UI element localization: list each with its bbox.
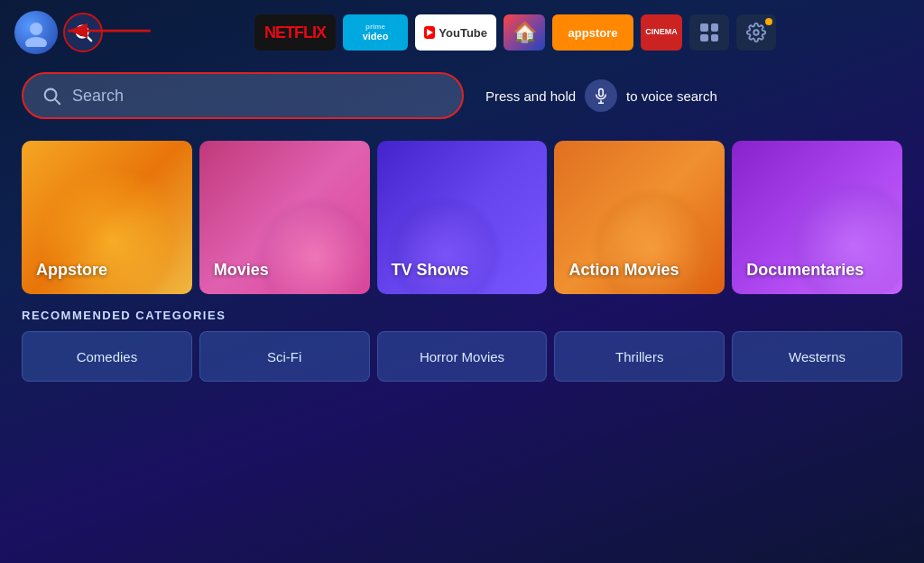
svg-line-8 [55, 99, 60, 104]
tile-tvshows[interactable]: TV Shows [377, 141, 548, 294]
tile-tvshows-label: TV Shows [392, 261, 469, 280]
pill-comedies-label: Comedies [77, 349, 138, 365]
pill-horror[interactable]: Horror Movies [377, 331, 548, 382]
youtube-label: YouTube [439, 26, 487, 40]
voice-hint-text: Press and hold [485, 88, 576, 104]
prime-video-app[interactable]: prime video [343, 14, 408, 51]
pill-horror-label: Horror Movies [420, 349, 504, 365]
microphone-icon [593, 88, 609, 104]
pill-scifi-label: Sci-Fi [267, 349, 301, 365]
pill-comedies[interactable]: Comedies [22, 331, 192, 382]
tile-documentaries[interactable]: Documentaries [732, 141, 902, 294]
pill-thrillers-label: Thrillers [615, 349, 663, 365]
nav-apps: NETFLIX prime video YouTube 🏠 appstore C… [121, 14, 910, 51]
tile-appstore-label: Appstore [36, 261, 107, 280]
search-bar[interactable]: Search [22, 72, 464, 119]
appstore-label: appstore [568, 26, 618, 40]
yt-play-icon [427, 29, 433, 36]
house-icon: 🏠 [513, 21, 537, 44]
grid-app[interactable] [689, 14, 729, 51]
settings-notification-dot [765, 18, 772, 25]
netflix-label: NETFLIX [264, 23, 326, 42]
tiles-row: Appstore Movies TV Shows Action Movies D… [22, 141, 902, 294]
tiles-section: Appstore Movies TV Shows Action Movies D… [0, 126, 924, 305]
appstore-app[interactable]: appstore [552, 14, 633, 51]
tile-action-label: Action Movies [568, 261, 679, 280]
svg-point-0 [30, 23, 42, 35]
netflix-app[interactable]: NETFLIX [254, 14, 336, 51]
settings-icon [746, 23, 766, 42]
pill-scifi[interactable]: Sci-Fi [199, 331, 370, 382]
top-nav: NETFLIX prime video YouTube 🏠 appstore C… [0, 0, 924, 65]
svg-line-3 [87, 36, 91, 41]
nav-left [14, 11, 103, 54]
svg-rect-9 [599, 89, 604, 97]
search-bar-wrapper: Search [22, 72, 464, 119]
youtube-icon [424, 26, 435, 39]
pill-thrillers[interactable]: Thrillers [554, 331, 725, 382]
recommended-section: RECOMMENDED CATEGORIES Comedies Sci-Fi H… [0, 305, 924, 385]
recommended-title: RECOMMENDED CATEGORIES [22, 309, 902, 322]
tile-movies[interactable]: Movies [199, 141, 370, 294]
avatar[interactable] [14, 11, 58, 54]
pill-westerns[interactable]: Westerns [732, 331, 902, 382]
youtube-app[interactable]: YouTube [415, 14, 496, 51]
search-placeholder: Search [72, 87, 124, 106]
tile-docs-label: Documentaries [746, 261, 864, 280]
tile-appstore[interactable]: Appstore [22, 141, 192, 294]
tile-movies-label: Movies [214, 261, 269, 280]
voice-hint: Press and hold to voice search [485, 79, 717, 112]
search-nav-button[interactable] [63, 13, 103, 52]
svg-point-6 [753, 30, 759, 35]
cinema-label: CINEMA [645, 28, 678, 37]
pill-westerns-label: Westerns [789, 349, 845, 365]
tile-action-movies[interactable]: Action Movies [554, 141, 725, 294]
cinema-app[interactable]: CINEMA [641, 14, 682, 51]
voice-hint-text2: to voice search [626, 88, 717, 104]
search-icon [42, 86, 61, 106]
category-pills: Comedies Sci-Fi Horror Movies Thrillers … [22, 331, 902, 382]
home-app[interactable]: 🏠 [504, 14, 545, 51]
svg-point-1 [25, 37, 47, 47]
grid-icon [700, 23, 718, 42]
settings-app[interactable] [736, 14, 776, 51]
microphone-button[interactable] [585, 79, 617, 112]
search-area: Search Press and hold to voice search [0, 65, 924, 126]
